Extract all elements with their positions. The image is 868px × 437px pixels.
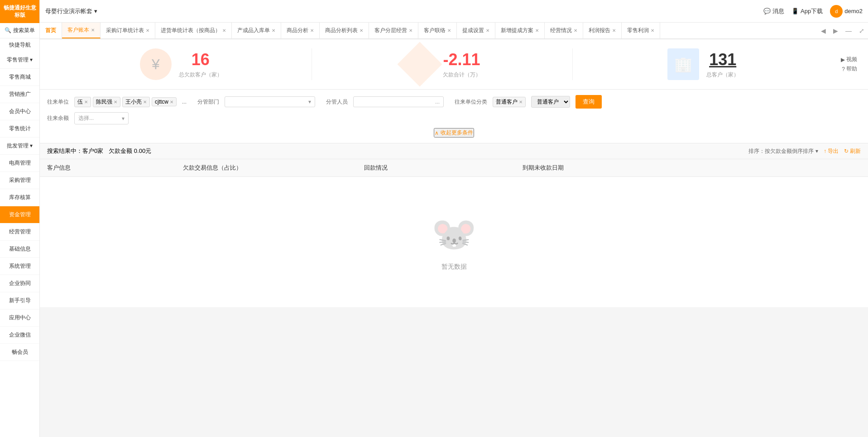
nav-tab-retail-profit[interactable]: 零售利润✕ (622, 23, 660, 38)
unit-class-select[interactable]: 普通客户 (531, 96, 570, 108)
sidebar-item-wholesale-mgmt[interactable]: 批发管理 ▾ (0, 138, 39, 155)
tabs-scroll-right[interactable]: ▶ (830, 25, 842, 36)
user-menu[interactable]: d demo2 (830, 5, 863, 18)
nav-tab-label-customer-segmentation: 客户分层经营 (374, 27, 407, 34)
tabs-minimize[interactable]: — (842, 25, 855, 36)
sidebar-item-enterprise-wechat[interactable]: 企业微信 (0, 327, 39, 344)
refresh-icon: ↻ (844, 148, 849, 154)
nav-tab-label-inventory-stats: 进货单统计表（按商品） (161, 27, 221, 34)
remove-unit-class-tag-普通客户[interactable]: ✕ (519, 100, 523, 104)
stat-credit-customers-label: 总欠款客户（家） (179, 71, 222, 79)
stat-total-customers-value[interactable]: 131 (709, 50, 736, 69)
close-tab-purchase-order-stats[interactable]: ✕ (146, 28, 149, 33)
stat-credit-customers: 16 总欠款客户（家） (179, 50, 222, 79)
help-icon: ? (842, 66, 845, 72)
remove-unit-tag-cjttcw[interactable]: ✕ (170, 100, 173, 104)
balance-filter-select[interactable]: 选择... ▾ (74, 112, 129, 124)
balance-dropdown-arrow: ▾ (122, 115, 125, 122)
close-tab-retail-profit[interactable]: ✕ (651, 28, 654, 33)
unit-class-tag-普通客户: 普通客户✕ (493, 97, 526, 107)
sidebar-item-ecommerce[interactable]: 电商管理 (0, 155, 39, 172)
sidebar-item-inventory[interactable]: 库存核算 (0, 189, 39, 206)
nav-tab-label-profit-report: 利润报告 (589, 27, 610, 34)
app-download-btn[interactable]: 📱 App下载 (791, 7, 823, 15)
refresh-btn[interactable]: ↻ 刷新 (844, 147, 861, 155)
sidebar-item-retail-stats[interactable]: 零售统计 (0, 120, 39, 138)
filter-collapse: ∧ 收起更多条件 (47, 128, 861, 138)
remove-unit-tag-王小亮[interactable]: ✕ (143, 100, 147, 104)
query-button[interactable]: 查询 (575, 95, 602, 109)
sidebar-item-marketing[interactable]: 营销推广 (0, 86, 39, 103)
close-tab-product-analysis[interactable]: ✕ (310, 28, 314, 33)
sidebar-item-retail-mall[interactable]: 零售商城 (0, 69, 39, 86)
nav-tab-customer-segmentation[interactable]: 客户分层经营✕ (369, 23, 418, 38)
nav-tab-customer-ledger[interactable]: 客户账本✕ (62, 23, 101, 38)
nav-tab-new-proposal[interactable]: 新增提成方案✕ (495, 23, 545, 38)
close-tab-proposal-settings[interactable]: ✕ (486, 28, 489, 33)
close-tab-new-proposal[interactable]: ✕ (535, 28, 539, 33)
close-tab-profit-report[interactable]: ✕ (612, 28, 616, 33)
sidebar-quick-nav[interactable]: 快捷导航 (0, 38, 39, 52)
video-btn[interactable]: ▶ 视频 (841, 56, 857, 63)
sidebar-item-app-center[interactable]: 应用中心 (0, 309, 39, 327)
close-tab-customer-ledger[interactable]: ✕ (91, 28, 95, 33)
sort-arrow: ▾ (815, 148, 818, 154)
nav-tab-profit-report[interactable]: 利润报告✕ (583, 23, 622, 38)
close-tab-customer-contact[interactable]: ✕ (447, 28, 451, 33)
close-tab-customer-segmentation[interactable]: ✕ (409, 28, 412, 33)
nav-tab-customer-contact[interactable]: 客户联络✕ (418, 23, 457, 38)
unit-tag-cjttcw: cjttcw✕ (152, 97, 177, 106)
close-tab-business-status[interactable]: ✕ (574, 28, 577, 33)
nav-tab-inventory-stats[interactable]: 进货单统计表（按商品）✕ (155, 23, 232, 38)
sidebar-search[interactable]: 🔍 搜索菜单 (0, 23, 39, 38)
nav-tab-product-analysis-list[interactable]: 商品分析列表✕ (320, 23, 369, 38)
person-filter-select[interactable]: ... (353, 96, 444, 107)
unit-tags-more-btn[interactable]: ... (182, 99, 187, 105)
sidebar-item-enterprise-coop[interactable]: 企业协同 (0, 275, 39, 292)
close-tab-inventory-stats[interactable]: ✕ (222, 28, 226, 33)
sidebar-item-retail-mgmt[interactable]: 零售管理 ▾ (0, 52, 39, 69)
help-btn[interactable]: ? 帮助 (842, 65, 857, 73)
remove-unit-tag-伍[interactable]: ✕ (84, 100, 88, 104)
export-btn[interactable]: ↑ 导出 (824, 147, 839, 155)
topbar: 母婴行业演示帐套 ▾ 💬 消息 📱 App下载 d demo2 (40, 0, 868, 23)
stat-total-customers: 131 总客户（家） (706, 50, 739, 79)
nav-tab-label-business-status: 经营情况 (550, 27, 572, 34)
nav-tab-label-product-analysis-list: 商品分析列表 (325, 27, 358, 34)
messages-btn[interactable]: 💬 消息 (763, 7, 784, 15)
nav-tab-label-retail-profit: 零售利润 (627, 27, 649, 34)
sidebar-item-new-guide[interactable]: 新手引导 (0, 292, 39, 309)
nav-tab-label-customer-contact: 客户联络 (424, 27, 446, 34)
search-icon: 🔍 (5, 27, 11, 33)
logo-line2: 标版 (4, 12, 36, 19)
nav-tab-proposal-settings[interactable]: 提成设置✕ (457, 23, 495, 38)
sidebar-item-operations[interactable]: 经营管理 (0, 223, 39, 241)
tabs-maximize[interactable]: ⤢ (855, 25, 868, 36)
dept-filter-select[interactable]: ▾ (225, 96, 315, 107)
dept-filter-label: 分管部门 (197, 98, 219, 106)
sort-selector[interactable]: 排序：按欠款金额倒序排序 ▾ (748, 147, 818, 155)
nav-tab-home[interactable]: 首页 (40, 23, 62, 38)
nav-tab-purchase-order-stats[interactable]: 采购订单统计表✕ (101, 23, 155, 38)
sidebar-item-basic-info[interactable]: 基础信息 (0, 241, 39, 258)
empty-state: 🐭 暂无数据 (40, 177, 868, 307)
results-info-text: 搜索结果中：客户0家 (47, 147, 103, 155)
sidebar-item-system-mgmt[interactable]: 系统管理 (0, 258, 39, 275)
sidebar-item-purchase-mgmt[interactable]: 采购管理 (0, 172, 39, 189)
sidebar-item-capital-mgmt[interactable]: 资金管理 (0, 206, 39, 223)
sidebar-item-free-member[interactable]: 畅会员 (0, 344, 39, 361)
close-tab-product-analysis-list[interactable]: ✕ (360, 28, 363, 33)
close-tab-cost-instock[interactable]: ✕ (272, 28, 275, 33)
tabs-scroll-left[interactable]: ◀ (817, 25, 830, 36)
nav-tab-product-analysis[interactable]: 商品分析✕ (281, 23, 320, 38)
avatar-initial: d (835, 9, 838, 14)
nav-tab-business-status[interactable]: 经营情况✕ (545, 23, 583, 38)
sidebar-item-members[interactable]: 会员中心 (0, 103, 39, 120)
collapse-btn[interactable]: ∧ 收起更多条件 (434, 128, 474, 138)
results-amount-text: 欠款金额 0.00元 (109, 147, 151, 155)
nav-tab-cost-instock[interactable]: 产成品入库单✕ (232, 23, 281, 38)
content-area: ¥ 16 总欠款客户（家） -2.11 欠款合计（万） (40, 39, 868, 437)
account-selector[interactable]: 母婴行业演示帐套 ▾ (45, 7, 97, 15)
topbar-left: 母婴行业演示帐套 ▾ (45, 7, 97, 15)
remove-unit-tag-陈民强[interactable]: ✕ (114, 100, 117, 104)
